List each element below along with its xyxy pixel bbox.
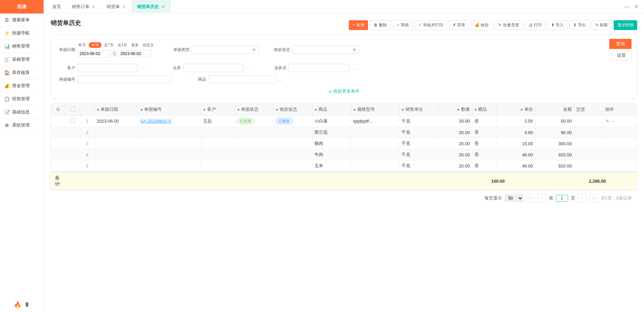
more-action-btn[interactable]: ⋯ [611,119,615,124]
doc-no-link[interactable]: SA-20230602-0 [140,119,171,124]
tab-sales-history-close[interactable]: ✕ [161,4,165,10]
next-page-btn[interactable]: ⟩ [578,194,587,203]
sidebar-item-sales-mgmt[interactable]: 📊 销售管理 [0,40,44,53]
row-checkbox[interactable] [71,118,75,123]
customer-input[interactable] [77,64,138,72]
approve-button[interactable]: ✓ 审核 [393,20,413,30]
table-settings-icon[interactable]: ⚙ [56,107,60,112]
window-close-btn[interactable]: ✕ [632,3,641,10]
sidebar-item-finance-mgmt[interactable]: 💰 资金管理 [0,79,44,93]
col-qty[interactable]: ⬧ 数量 [438,104,472,115]
agent-dots[interactable]: ... [351,64,358,72]
date-from-input[interactable] [77,50,111,57]
date-tab-1month[interactable]: 近1月 [116,42,129,48]
sidebar-item-label: 经营管理 [12,96,30,102]
show-detail-button[interactable]: 显示明细 [614,20,637,30]
col-doc-no[interactable]: ⬧ 单据编号 [138,104,201,115]
col-goods[interactable]: ⬧ 商品 [312,104,351,115]
doc-type-select[interactable]: ▼ [192,46,259,54]
goods-dots[interactable]: ... [278,76,284,83]
sidebar-item-label: 快捷导航 [12,30,30,36]
date-to-input[interactable] [118,50,152,57]
batch-change-button[interactable]: ✎ 批量变更 [495,20,523,30]
col-doc-no-label: ⬧ 单据编号 [140,107,162,112]
tab-home[interactable]: 首页 [47,1,66,13]
row-amount: 96.00 [535,127,574,138]
row-qty: 20.00 [438,127,472,138]
row-customer [201,138,235,149]
col-customer[interactable]: ⬧ 客户 [201,104,235,115]
row-transaction [574,149,603,160]
row-doc-no [138,127,201,138]
refresh-button[interactable]: ↻ 刷新 [592,20,612,30]
col-payment-status[interactable]: ⬧ 收款状态 [274,104,312,115]
sidebar-item-inventory[interactable]: 🏠 库存核算 [0,66,44,79]
fire-icon[interactable]: 🔥 [14,301,21,309]
col-spec[interactable]: ⬧ 规格型号 [351,104,399,115]
col-action: 操作 [603,104,637,115]
abandon-button[interactable]: ✗ 弃审 [449,20,469,30]
date-tab-custom[interactable]: 自定义 [141,42,155,48]
customer-dots[interactable]: ... [140,64,146,72]
tab-sales-order[interactable]: 销售订单 ✕ [67,1,101,13]
sidebar-item-sys-mgmt[interactable]: ⚙ 系统管理 [0,119,44,132]
sys-mgmt-icon: ⚙ [4,123,9,128]
goods-input[interactable] [208,75,276,83]
first-page-btn[interactable]: ⟨⟨ [526,194,535,203]
sidebar-item-basic-info[interactable]: 📝 基础信息 [0,106,44,119]
set-button[interactable]: 设置 [611,50,632,60]
edit-action-btn[interactable]: ✎ [606,119,609,124]
row-doc-status [235,138,274,149]
col-doc-date[interactable]: ⬧ 单据日期 [94,104,138,115]
col-check [65,104,80,115]
row-unit: 千克 [399,138,438,149]
sidebar-item-quick-nav[interactable]: ⚡ 快捷导航 [0,27,44,40]
col-price[interactable]: ⬧ 单价 [497,104,535,115]
print-button[interactable]: 🖨 打印 [525,20,545,30]
tab-sales-goods-close[interactable]: ✕ [122,4,126,10]
date-tab-today[interactable]: 今天 [89,42,102,48]
doc-type-label: 单据类型 [171,47,190,53]
col-doc-status[interactable]: ⬧ 单据状态 [235,104,274,115]
collect-button[interactable]: 💰 收款 [471,20,493,30]
agent-input[interactable] [288,64,349,72]
row-customer [201,149,235,160]
export-button[interactable]: ⬇ 导出 [569,20,589,30]
current-page-input[interactable] [556,195,568,202]
window-min-btn[interactable]: — [622,4,632,10]
tab-sales-history[interactable]: 销货单历史 ✕ [132,1,170,13]
date-tab-more[interactable]: 更多 [130,42,140,48]
warehouse-dots[interactable]: ... [246,64,252,72]
date-range: 至 [77,50,155,57]
date-tab-yesterday[interactable]: 昨天 [77,42,87,48]
warehouse-input[interactable] [183,64,244,72]
tab-sales-order-close[interactable]: ✕ [91,4,96,10]
collapse-button[interactable]: ∧ 收起更多条件 [329,88,360,94]
delete-button[interactable]: 🗑 删除 [370,20,391,30]
per-page-select[interactable]: 50 100 200 [505,194,523,202]
import-button[interactable]: ⬆ 导入 [548,20,567,30]
row-actions [603,160,637,172]
doc-no-input[interactable] [77,75,172,83]
prev-page-btn[interactable]: ⟨ [537,194,546,203]
select-all-checkbox[interactable] [71,107,75,111]
col-unit[interactable]: ⬧ 销售单位 [399,104,438,115]
tab-sales-goods[interactable]: 销货单 ✕ [102,1,131,13]
new-button[interactable]: + 新增 [349,20,368,30]
last-page-btn[interactable]: ⟩⟩ [589,194,598,203]
pause-icon[interactable]: ⏸ [24,301,30,309]
col-gift[interactable]: ⬧ 赠品 [472,104,497,115]
sidebar-item-ops-mgmt[interactable]: 📋 经营管理 [0,93,44,106]
payment-status-select[interactable]: ▼ [292,46,360,54]
table-row: 4牛肉千克20.00否46.00920.00 [51,149,637,160]
col-qty-label: ⬧ 数量 [457,107,470,112]
total-info: 共1页，5条记录 [601,195,632,201]
date-tab-7days[interactable]: 近7天 [103,42,115,48]
sidebar-item-label: 基础信息 [12,109,30,115]
doc-no-label: 单据编号 [56,77,75,82]
sidebar-item-search-menu[interactable]: ☰ 搜索菜单 [0,14,44,27]
query-button[interactable]: 查询 [609,39,632,49]
date-tabs: 昨天 今天 近7天 近1月 更多 自定义 [77,42,155,48]
sidebar-item-purchase-mgmt[interactable]: 🛒 采购管理 [0,53,44,66]
approve-print-button[interactable]: ✓ 审核并打印 [415,20,447,30]
